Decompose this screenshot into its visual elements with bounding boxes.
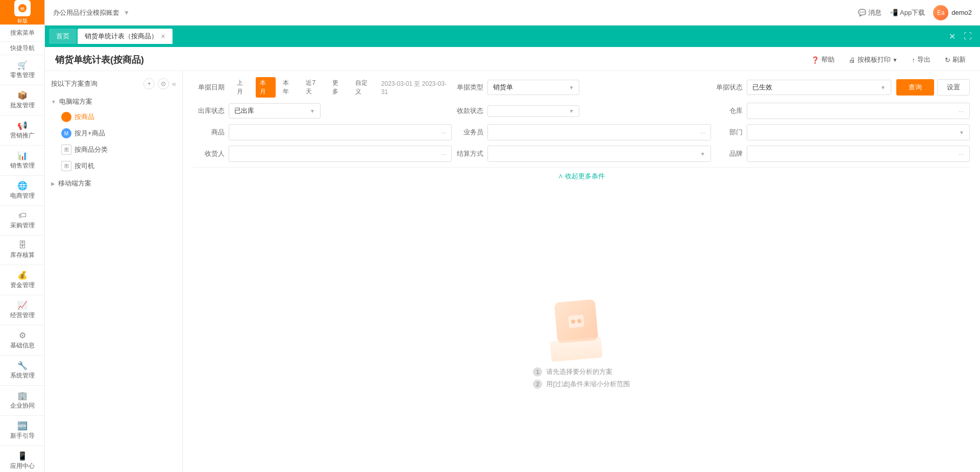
brand-dots[interactable]: ··· — [959, 150, 964, 158]
retail-icon: 🛒 — [17, 60, 28, 70]
sidebar-item-marketing[interactable]: 📢 营销推广 — [0, 115, 44, 146]
export-icon: ↑ — [912, 56, 916, 64]
settlement-label: 结算方式 — [452, 149, 487, 158]
by-month-product-label: 按月+商品 — [75, 129, 105, 138]
inventory-icon: 🗄 — [18, 241, 27, 250]
tab-sales-stat[interactable]: 销货单统计表（按商品） ✕ — [78, 29, 173, 44]
doc-status-dropdown[interactable]: 已生效 ▼ — [747, 80, 891, 95]
operations-icon: 📈 — [17, 300, 28, 310]
help-button[interactable]: ❓ 帮助 — [807, 53, 839, 66]
date-filter-control: 上月 本月 本年 近7天 更多 自定义 2023-03-01 至 2023-03… — [229, 77, 452, 98]
print-icon: 🖨 — [849, 56, 855, 64]
empty-base-shape — [550, 337, 602, 362]
refresh-button[interactable]: ↻ 刷新 — [941, 53, 970, 66]
search-menu-item[interactable]: 搜索菜单 — [0, 25, 44, 42]
date-pill-custom[interactable]: 自定义 — [351, 77, 377, 98]
sidebar-item-operations[interactable]: 📈 经营管理 — [0, 295, 44, 325]
department-label: 部门 — [711, 128, 747, 137]
mobile-scheme-header[interactable]: ▶ 移动端方案 — [45, 176, 182, 191]
sidebar-item-enterprise[interactable]: 🏢 企业协同 — [0, 386, 44, 416]
doc-type-arrow-icon: ▼ — [569, 85, 574, 90]
brand-input[interactable]: ··· — [747, 146, 970, 162]
sidebar-item-basic[interactable]: ⚙ 基础信息 — [0, 325, 44, 356]
print-button[interactable]: 🖨 按模板打印 ▼ — [845, 53, 902, 66]
sidebar-item-sales[interactable]: 📊 销售管理 — [0, 146, 44, 176]
sidebar-item-wholesale[interactable]: 📦 批发管理 — [0, 85, 44, 115]
salesperson-input[interactable]: ··· — [487, 124, 710, 140]
quick-nav-item[interactable]: 快捷导航 — [0, 42, 44, 55]
empty-illustration — [546, 296, 617, 362]
export-label: 导出 — [917, 55, 930, 64]
edit-scheme-button[interactable]: ⊙ — [158, 78, 169, 89]
finance-icon: 💰 — [17, 270, 28, 280]
sidebar-item-purchase[interactable]: 🏷 采购管理 — [0, 206, 44, 235]
tab-minimize-button[interactable]: ✕ — [949, 32, 955, 41]
pc-scheme-header[interactable]: ▼ 电脑端方案 — [45, 95, 182, 109]
date-pill-more[interactable]: 更多 — [328, 77, 348, 98]
purchase-icon: 🏷 — [18, 211, 27, 220]
mobile-toggle-icon: ▶ — [51, 181, 55, 186]
panel-title: 按以下方案查询 — [51, 79, 97, 88]
pc-scheme-label: 电脑端方案 — [59, 97, 92, 106]
by-month-product-icon: M — [61, 128, 71, 138]
refresh-icon: ↻ — [945, 56, 950, 64]
product-dots[interactable]: ··· — [440, 129, 446, 136]
marketing-icon: 📢 — [17, 121, 28, 130]
department-dropdown[interactable]: ▼ — [747, 124, 970, 140]
apps-icon: 📱 — [17, 451, 28, 461]
date-pill-7days[interactable]: 近7天 — [302, 77, 325, 98]
page-actions: ❓ 帮助 🖨 按模板打印 ▼ ↑ 导出 ↻ 刷新 — [807, 53, 970, 66]
username: demo2 — [951, 9, 972, 16]
scheme-by-driver[interactable]: 图 按司机 — [45, 158, 182, 174]
ecommerce-label: 电商管理 — [10, 192, 35, 200]
industry-title: 办公用品行业模拟账套 — [53, 8, 119, 17]
sidebar-item-inventory[interactable]: 🗄 库存核算 — [0, 235, 44, 265]
doc-type-dropdown[interactable]: 销货单 ▼ — [487, 80, 579, 95]
help-icon: ❓ — [811, 56, 819, 64]
add-scheme-button[interactable]: + — [143, 78, 155, 89]
scheme-by-product-cat[interactable]: 图 按商品分类 — [45, 141, 182, 158]
export-button[interactable]: ↑ 导出 — [908, 53, 935, 66]
warehouse-input[interactable]: ··· — [747, 103, 970, 119]
date-range-display: 2023-03-01 至 2023-03-31 — [381, 80, 452, 96]
product-input[interactable]: ··· — [229, 124, 452, 140]
user-menu[interactable]: Ea demo2 — [933, 5, 972, 20]
date-pill-this-month[interactable]: 本月 — [256, 77, 276, 98]
scheme-by-product[interactable]: 按 按商品 — [45, 109, 182, 125]
warehouse-status-dropdown[interactable]: 已出库 ▼ — [229, 103, 321, 119]
settings-button[interactable]: 设置 — [937, 79, 970, 96]
tab-maximize-button[interactable]: ⛶ — [964, 32, 972, 41]
collapse-panel-button[interactable]: « — [172, 80, 176, 88]
content-wrapper: 按以下方案查询 + ⊙ « ▼ 电脑端方案 按 按商品 — [45, 71, 980, 472]
messages-button[interactable]: 💬 消息 — [858, 8, 881, 17]
warehouse-dots[interactable]: ··· — [959, 107, 964, 115]
recipient-input[interactable]: ··· — [229, 146, 452, 162]
step1-text: 请先选择要分析的方案 — [546, 367, 612, 376]
tab-sales-stat-label: 销货单统计表（按商品） — [85, 32, 158, 41]
settlement-dropdown[interactable]: ▼ — [487, 146, 710, 162]
filter-row-1: 单据日期 上月 本月 本年 近7天 更多 自定义 2023-03-01 至 20… — [193, 77, 970, 98]
app-download-button[interactable]: 📲 App下载 — [890, 8, 925, 17]
salesperson-dots[interactable]: ··· — [700, 129, 705, 136]
tab-close-icon[interactable]: ✕ — [161, 33, 165, 40]
warehouse-status-value: 已出库 — [234, 106, 307, 115]
mobile-scheme-label: 移动端方案 — [58, 179, 91, 188]
payment-status-dropdown[interactable]: ▼ — [487, 105, 579, 117]
logo-icon: 畅 — [14, 0, 31, 16]
date-pill-this-year[interactable]: 本年 — [279, 77, 299, 98]
sidebar-item-apps[interactable]: 📱 应用中心 — [0, 446, 44, 472]
tab-home[interactable]: 首页 — [49, 29, 77, 44]
sidebar-item-ecommerce[interactable]: 🌐 电商管理 — [0, 176, 44, 206]
collapse-more-conditions[interactable]: ∧ 收起更多条件 — [193, 167, 970, 185]
sidebar-item-system[interactable]: 🔧 系统管理 — [0, 356, 44, 386]
sidebar-item-guide[interactable]: 🆕 新手引导 — [0, 416, 44, 446]
sidebar-item-retail[interactable]: 🛒 零售管理 — [0, 55, 44, 85]
doc-type-value: 销货单 — [493, 83, 566, 92]
query-button[interactable]: 查询 — [896, 79, 934, 96]
scheme-by-month-product[interactable]: M 按月+商品 — [45, 125, 182, 141]
sidebar-item-finance[interactable]: 💰 资金管理 — [0, 265, 44, 295]
date-pill-last-month[interactable]: 上月 — [233, 77, 253, 98]
help-label: 帮助 — [821, 55, 835, 64]
app-icon: 📲 — [890, 9, 898, 16]
recipient-dots[interactable]: ··· — [440, 150, 446, 158]
